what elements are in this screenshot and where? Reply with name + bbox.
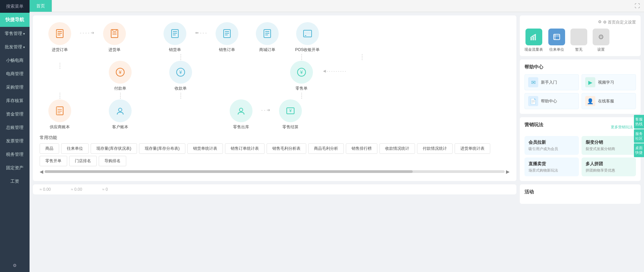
sidebar-item-ecom[interactable]: 小畅电商 [0,54,30,67]
svg-rect-4 [111,30,118,38]
help-item-service[interactable]: 👤 在线客服 [582,93,636,109]
func-btn-0[interactable]: 商品 [40,143,59,154]
func-btn-12[interactable]: 零售开单 [40,156,67,166]
retail-settle-icon: ¥ [279,99,302,122]
expand-icon[interactable]: ⛶ [631,3,644,9]
scroll-left-icon[interactable]: ◀ [40,169,43,174]
quick-nav-card: 进货订单 - - - - ➔ 进货单 [33,15,516,181]
sidebar-item-tax[interactable]: 税务管理 [0,148,30,161]
flow-node-retail-out[interactable]: 零售出库 [221,99,261,130]
help-item-video[interactable]: ▶ 视频学习 [582,74,636,90]
func-btn-11[interactable]: 进货单统计表 [455,143,490,154]
marketing-item-member[interactable]: 会员拉新 吸引用户成为会员 [524,136,579,155]
float-btns: 客服 热线 服务 社区 桌面 快捷 [634,115,644,157]
flow-node-sales-order[interactable]: 销售订单 [207,22,247,53]
flow-node-supplier-book[interactable]: 供应商账本 [40,99,80,130]
quick-icon-cashflow[interactable]: 现金流量表 [524,29,543,52]
sidebar-item-salary[interactable]: 工资 [0,175,30,188]
member-title: 会员拉新 [528,139,575,145]
sidebar-nav-item[interactable]: 快捷导航 [0,13,30,27]
func-btn-8[interactable]: 销售排行榜 [346,143,377,154]
retail-order-icon: ¥ [290,61,313,84]
sidebar-item-purchase[interactable]: 采购管理 [0,81,30,94]
scroll-track[interactable] [45,170,505,173]
func-btn-3[interactable]: 现存量(库存分布表) [139,143,185,154]
sales-label: 销货单 [169,47,181,53]
sidebar-item-ledger[interactable]: 总账管理 [0,121,30,134]
func-btn-2[interactable]: 现存量(库存状况表) [91,143,137,154]
sidebar-item-retail[interactable]: 零售管理 ▾ [0,27,30,40]
func-btn-6[interactable]: 销售毛利分析表 [267,143,306,154]
help-item-help[interactable]: 📄 帮助中心 [524,93,579,109]
svg-rect-38 [533,36,534,40]
content-area: 进货订单 - - - - ➔ 进货单 [30,12,644,272]
help-item-beginner[interactable]: ✉ 新手入门 [524,74,579,90]
sidebar-settings-icon[interactable]: ⚙ [0,259,30,272]
flow-node-sales[interactable]: 销货单 [155,22,195,53]
float-btn-service[interactable]: 客服 热线 [634,115,644,129]
mall-label: 商城订单 [259,47,275,53]
sidebar-search[interactable]: 搜索菜单 [0,0,30,13]
flow-node-pos[interactable]: POS收银开单 [287,22,328,53]
contacts-label: 往来单位 [549,47,564,52]
flow-node-purchase[interactable]: 进货单 [94,22,135,53]
marketing-title: 营销玩法 [524,122,543,128]
sidebar-item-finance[interactable]: 资金管理 [0,107,30,121]
scroll-right-icon[interactable]: ▶ [506,169,510,174]
marketing-grid: 会员拉新 吸引用户成为会员 裂变分销 裂变式发展分销商 直播卖货 场景式购物新玩… [524,136,636,176]
flow-node-purchase-order[interactable]: 进货订单 [40,22,80,53]
cashflow-icon [525,29,542,45]
func-btn-7[interactable]: 商品毛利分析 [308,143,344,154]
float-btn-desktop[interactable]: 桌面 快捷 [634,143,644,157]
float-btn-community[interactable]: 服务 社区 [634,129,644,143]
quick-icon-contacts[interactable]: 往来单位 [548,29,565,52]
pos-label: POS收银开单 [295,47,320,53]
sidebar-item-invoice[interactable]: 发票管理 [0,134,30,148]
func-btn-4[interactable]: 销货单统计表 [187,143,223,154]
func-btn-9[interactable]: 收款情况统计 [379,143,415,154]
func-btn-10[interactable]: 付款情况统计 [417,143,453,154]
marketing-item-fission[interactable]: 裂变分销 裂变式发展分销商 [582,136,636,155]
help-grid: ✉ 新手入门 ▶ 视频学习 📄 帮助中心 👤 在线客服 [524,74,636,109]
scroll-thumb [45,170,413,173]
scroll-bar-area: ◀ ▶ [40,169,510,174]
flow-node-mall[interactable]: 商城订单 [247,22,287,53]
help-icon-doc: 📄 [528,96,538,106]
marketing-more[interactable]: 更多营销玩法 > [611,125,636,130]
fission-desc: 裂变式发展分销商 [586,146,632,151]
marketing-item-live[interactable]: 直播卖货 场景式购物新玩法 [524,157,579,176]
flow-node-retail-order[interactable]: ¥ 零售单 [281,61,322,91]
func-btn-14[interactable]: 导购排名 [99,156,126,166]
flow-node-receipt[interactable]: ¥ 收款单 [160,61,201,91]
quick-icon-settings[interactable]: ⚙ 设置 [593,29,609,52]
func-btn-13[interactable]: 门店排名 [69,156,97,166]
help-card-title: 帮助中心 [524,64,636,70]
sidebar-item-assets[interactable]: 固定资产 [0,161,30,175]
supplier-book-icon [48,99,71,122]
sidebar-item-wholesale[interactable]: 批发管理 ▾ [0,40,30,54]
svg-rect-40 [554,34,560,40]
func-btn-1[interactable]: 往来单位 [61,143,89,154]
contacts-icon [548,29,565,45]
sidebar-item-inventory[interactable]: 库存核算 [0,94,30,107]
svg-text:¥: ¥ [179,70,182,75]
gear-icon-box: ⚙ [598,33,604,41]
flow-node-customer-book[interactable]: 客户账本 [100,99,140,130]
marketing-item-group[interactable]: 多人拼团 拼团购物享受优惠 [582,157,636,176]
customize-settings[interactable]: ⚙ ⚙ 首页自定义设置 [524,19,636,25]
service-label: 在线客服 [598,98,614,104]
flow-node-retail-settle[interactable]: ¥ 零售结算 [270,99,311,130]
group-desc: 拼团购物享受优惠 [586,168,632,173]
svg-rect-20 [305,32,310,34]
fission-title: 裂变分销 [586,139,632,145]
sidebar-item-ecom-mgmt[interactable]: 电商管理 [0,67,30,81]
help-label: 帮助中心 [541,98,557,104]
gear-icon: ⚙ [13,263,17,268]
func-btn-5[interactable]: 销售订单统计表 [225,143,265,154]
flow-node-payment[interactable]: ¥ 付款单 [100,61,140,91]
quick-icon-none[interactable]: 暂无 [570,29,587,52]
arrow-retail-settle: - - ➔ [261,99,270,112]
bottom-bar: ≈ 0.00 ≈ 0.00 ≈ 0 [33,184,516,194]
tab-home[interactable]: 首页 [30,0,52,12]
purchase-icon [103,22,126,45]
